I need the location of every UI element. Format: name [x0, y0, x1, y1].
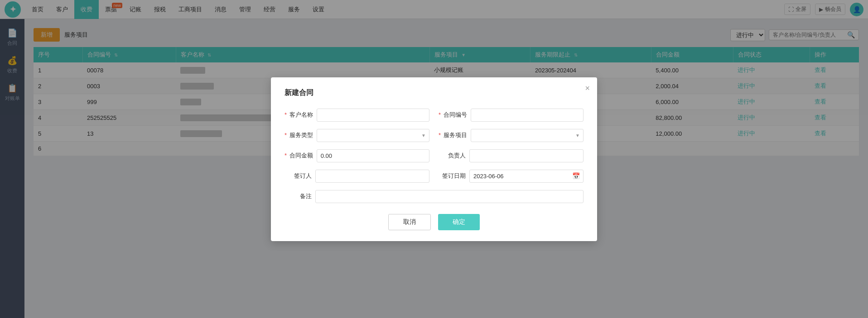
sign-date-label: 签订日期 [439, 172, 466, 180]
amount-label: * 合同金额 [285, 152, 313, 160]
new-contract-modal: 新建合同 × * 客户名称 * 合同编号 [271, 77, 597, 241]
service-type-select[interactable] [317, 129, 429, 142]
sign-date-wrapper: 📅 [469, 170, 583, 183]
remark-row: 备注 [285, 190, 583, 203]
remark-input[interactable] [315, 190, 583, 203]
modal-footer: 取消 确定 [285, 214, 583, 230]
signer-field: 签订人 [285, 170, 429, 183]
service-type-wrapper [317, 129, 429, 142]
service-item-wrapper [471, 129, 583, 142]
responsible-input[interactable] [469, 149, 583, 162]
signer-input[interactable] [315, 170, 429, 183]
form-row-3: * 合同金额 负责人 [285, 149, 583, 162]
customer-name-label: * 客户名称 [285, 111, 313, 119]
amount-field: * 合同金额 [285, 149, 429, 162]
contract-no-field: * 合同编号 [439, 109, 583, 122]
modal-title: 新建合同 [285, 88, 583, 98]
form-row-2: * 服务类型 * 服务项目 [285, 129, 583, 142]
contract-no-label: * 合同编号 [439, 111, 467, 119]
signer-label: 签订人 [285, 172, 312, 180]
contract-no-input[interactable] [471, 109, 583, 122]
form-row-1: * 客户名称 * 合同编号 [285, 109, 583, 122]
confirm-button[interactable]: 确定 [438, 214, 480, 230]
sign-date-input[interactable] [469, 170, 583, 183]
modal-close-button[interactable]: × [585, 84, 590, 93]
service-item-select[interactable] [471, 129, 583, 142]
responsible-label: 负责人 [439, 152, 466, 160]
amount-input[interactable] [317, 149, 429, 162]
service-type-label: * 服务类型 [285, 131, 313, 139]
service-item-field: * 服务项目 [439, 129, 583, 142]
calendar-icon[interactable]: 📅 [572, 172, 580, 180]
customer-name-field: * 客户名称 [285, 109, 429, 122]
service-type-field: * 服务类型 [285, 129, 429, 142]
customer-name-input[interactable] [317, 109, 429, 122]
responsible-field: 负责人 [439, 149, 583, 162]
modal-overlay: 新建合同 × * 客户名称 * 合同编号 [0, 0, 868, 318]
form-row-4: 签订人 签订日期 📅 [285, 170, 583, 183]
sign-date-field: 签订日期 📅 [439, 170, 583, 183]
remark-label: 备注 [285, 192, 312, 200]
service-item-label: * 服务项目 [439, 131, 467, 139]
cancel-button[interactable]: 取消 [388, 214, 431, 230]
